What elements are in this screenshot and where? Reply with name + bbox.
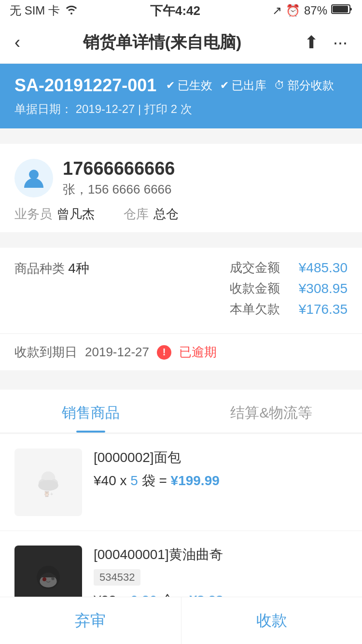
order-id: SA-20191227-001	[14, 75, 156, 96]
order-header: SA-20191227-001 ✔ 已生效 ✔ 已出库 ⏱ 部分收款 单据日期：…	[0, 64, 362, 128]
category-summary: 商品种类 4种	[14, 259, 89, 278]
amount-value: ¥485.30	[290, 260, 348, 276]
salesperson-value: 曾凡杰	[57, 206, 95, 223]
more-button[interactable]: ···	[333, 32, 348, 53]
battery-level: 87%	[304, 4, 327, 17]
warehouse-meta: 仓库 总仓	[124, 206, 179, 223]
nav-actions: ⬆ ···	[304, 32, 348, 53]
tab-sales-products[interactable]: 销售商品	[0, 390, 181, 433]
summary-section: 商品种类 4种 成交金额 ¥485.30 收款金额 ¥308.95 本单欠款 ¥…	[0, 248, 362, 333]
status-shipped: ✔ 已出库	[220, 78, 266, 93]
svg-point-6	[38, 480, 58, 490]
amount-row: 成交金额 ¥485.30	[230, 259, 348, 276]
customer-info: 17666666666 张，156 6666 6666	[14, 158, 348, 198]
status-right: ↗ ⏰ 87%	[272, 4, 352, 17]
collect-payment-button[interactable]: 收款	[181, 597, 362, 644]
tabs: 销售商品 结算&物流等	[0, 390, 362, 433]
customer-sub: 张，156 6666 6666	[63, 181, 175, 198]
check-icon-2: ✔	[220, 79, 229, 92]
debt-value: ¥176.35	[290, 302, 348, 317]
product-tag-2: 534532	[94, 569, 140, 586]
order-date: 单据日期： 2019-12-27 | 打印 2 次	[14, 101, 348, 117]
order-header-top: SA-20191227-001 ✔ 已生效 ✔ 已出库 ⏱ 部分收款	[14, 75, 348, 96]
product-image-1: 🦉+	[14, 448, 82, 516]
wifi-icon	[65, 4, 78, 17]
page-title: 销货单详情(来自电脑)	[83, 31, 242, 54]
tab-settlement[interactable]: 结算&物流等	[181, 390, 362, 433]
product-price-1: ¥40 x 5 袋 = ¥199.99	[94, 472, 348, 490]
svg-rect-1	[333, 6, 348, 13]
product-item-1: 🦉+ [0000002]面包 ¥40 x 5 袋 = ¥199.99	[0, 434, 362, 531]
status-time: 下午4:42	[150, 2, 200, 19]
check-icon-1: ✔	[166, 79, 175, 92]
payment-value: ¥308.95	[290, 281, 348, 296]
due-label: 收款到期日	[14, 344, 77, 361]
due-section: 收款到期日 2019-12-27 ! 已逾期	[0, 334, 362, 370]
due-date: 2019-12-27	[85, 345, 149, 360]
back-button[interactable]: ‹	[14, 32, 20, 53]
customer-meta: 业务员 曾凡杰 仓库 总仓	[14, 206, 348, 223]
customer-name: 17666666666	[63, 158, 175, 179]
product-total-1: ¥199.99	[171, 473, 220, 488]
status-left: 无 SIM 卡	[10, 3, 78, 18]
alarm-icon: ⏰	[286, 4, 300, 17]
location-icon: ↗	[272, 4, 282, 17]
product-qty-1: 5	[130, 473, 138, 488]
category-label: 商品种类	[14, 261, 65, 276]
overdue-text: 已逾期	[179, 344, 217, 361]
divider-1	[0, 128, 362, 136]
bottom-bar: 弃审 收款	[0, 597, 362, 644]
salesperson-meta: 业务员 曾凡杰	[14, 206, 95, 223]
divider-2	[0, 232, 362, 240]
salesperson-label: 业务员	[14, 206, 52, 223]
warehouse-label: 仓库	[124, 206, 149, 223]
svg-text:🦉+: 🦉+	[43, 490, 54, 497]
svg-point-2	[29, 170, 39, 180]
clock-icon: ⏱	[274, 79, 285, 92]
payment-row: 收款金额 ¥308.95	[230, 280, 348, 297]
status-bar: 无 SIM 卡 下午4:42 ↗ ⏰ 87%	[0, 0, 362, 21]
amount-label: 成交金额	[230, 259, 280, 276]
product-name-1: [0000002]面包	[94, 448, 348, 467]
cancel-review-button[interactable]: 弃审	[0, 597, 181, 644]
share-button[interactable]: ⬆	[304, 32, 319, 53]
overdue-icon: !	[157, 345, 171, 360]
svg-point-11	[51, 577, 54, 580]
warehouse-value: 总仓	[153, 206, 179, 223]
svg-point-10	[42, 577, 46, 581]
payment-label: 收款金额	[230, 280, 280, 297]
status-partial: ⏱ 部分收款	[274, 78, 334, 93]
customer-section: 17666666666 张，156 6666 6666 业务员 曾凡杰 仓库 总…	[0, 144, 362, 232]
nav-bar: ‹ 销货单详情(来自电脑) ⬆ ···	[0, 21, 362, 64]
debt-label: 本单欠款	[230, 301, 280, 318]
customer-avatar	[14, 159, 53, 197]
product-info-1: [0000002]面包 ¥40 x 5 袋 = ¥199.99	[94, 448, 348, 516]
tabs-section: 销售商品 结算&物流等	[0, 390, 362, 433]
status-badges: ✔ 已生效 ✔ 已出库 ⏱ 部分收款	[166, 78, 334, 93]
customer-details: 17666666666 张，156 6666 6666	[63, 158, 175, 198]
category-count: 4种	[68, 261, 89, 276]
financial-summary: 成交金额 ¥485.30 收款金额 ¥308.95 本单欠款 ¥176.35	[230, 259, 348, 322]
debt-row: 本单欠款 ¥176.35	[230, 301, 348, 318]
status-effective: ✔ 已生效	[166, 78, 212, 93]
divider-3	[0, 370, 362, 380]
product-name-2: [000400001]黄油曲奇	[94, 546, 348, 564]
battery-icon	[331, 4, 352, 17]
sim-indicator: 无 SIM 卡	[10, 3, 60, 18]
